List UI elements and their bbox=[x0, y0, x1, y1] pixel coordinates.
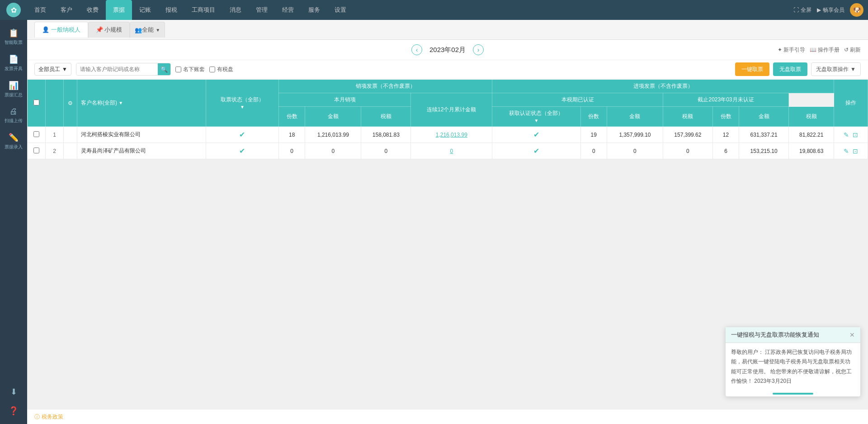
th-purchase-group: 进项发票（不含作废票） bbox=[492, 80, 834, 93]
tab-small-scale[interactable]: 📌 小规模 bbox=[88, 22, 130, 38]
search-button[interactable]: 🔍 bbox=[158, 63, 170, 76]
notification-popup: 一键报税与无盘取票功能恢复通知 ✕ 尊敬的用户： 江苏政务网已恢复访问电子税务局… bbox=[725, 327, 861, 397]
tax-disk-checkbox-label[interactable]: 有税盘 bbox=[209, 66, 233, 73]
notification-content: 尊敬的用户： 江苏政务网已恢复访问电子税务局功能，易代账一键登陆电子税务局与无盘… bbox=[731, 348, 855, 386]
user-avatar[interactable]: 🐶 bbox=[850, 3, 863, 17]
th-customer[interactable]: 客户名称(全部) ▼ bbox=[77, 80, 206, 127]
nav-operation[interactable]: 经营 bbox=[275, 0, 301, 20]
th-unauth-tax: 税额 bbox=[789, 107, 834, 127]
search-input[interactable] bbox=[76, 63, 158, 75]
tab-general-taxpayer[interactable]: 👤 一般纳税人 bbox=[34, 22, 88, 38]
sidebar-item-open-invoice[interactable]: 📄 发票开具 bbox=[2, 51, 25, 75]
notification-scrollbar[interactable] bbox=[773, 393, 813, 395]
th-unauth-count: 份数 bbox=[712, 107, 739, 127]
th-auth-status[interactable]: 获取认证状态（全部） ▼ bbox=[492, 107, 580, 127]
row-monthly-tax: 158,081.83 bbox=[361, 127, 411, 143]
nav-message[interactable]: 消息 bbox=[222, 0, 249, 20]
tab-small-scale-icon: 📌 bbox=[96, 26, 105, 33]
download-icon: ⬇ bbox=[10, 387, 17, 397]
member-btn[interactable]: ▶ 畅享会员 bbox=[817, 6, 844, 14]
th-period-auth: 本税期已认证 bbox=[492, 93, 663, 107]
one-click-button[interactable]: 一键取票 bbox=[735, 62, 769, 76]
refresh-btn[interactable]: ↺ 刷新 bbox=[844, 46, 861, 54]
select-all-checkbox[interactable] bbox=[33, 100, 39, 105]
member-icon: ▶ bbox=[817, 7, 821, 13]
tab-section: 👤 一般纳税人 📌 小规模 👥 全能 ▼ bbox=[27, 20, 868, 40]
chevron-down-icon: ▼ bbox=[156, 28, 160, 33]
manual-label: 操作手册 bbox=[818, 46, 840, 54]
scan-icon: 🖨 bbox=[9, 107, 18, 116]
row-status: ✔ bbox=[206, 143, 278, 159]
sidebar-item-download[interactable]: ⬇ bbox=[2, 383, 25, 400]
row-auth-count: 19 bbox=[580, 127, 607, 143]
scan-label: 扫描上传 bbox=[5, 118, 23, 124]
invoice-table: ⚙ 客户名称(全部) ▼ 取票状态（全部） ▼ 销项发票（不含作废票） bbox=[27, 79, 868, 159]
nav-manage[interactable]: 管理 bbox=[249, 0, 275, 20]
account-checkbox-label[interactable]: 名下账套 bbox=[175, 66, 205, 73]
row-actions: ✎ ⊡ bbox=[834, 143, 868, 159]
entry-label: 票据录入 bbox=[5, 144, 23, 150]
tab-all-capable[interactable]: 👥 全能 ▼ bbox=[130, 22, 165, 38]
nav-invoice[interactable]: 票据 bbox=[106, 0, 132, 20]
status-check-icon: ✔ bbox=[239, 131, 245, 138]
view-icon[interactable]: ⊡ bbox=[853, 131, 858, 138]
nav-customer[interactable]: 客户 bbox=[53, 0, 80, 20]
account-checkbox[interactable] bbox=[175, 67, 181, 72]
tax-disk-checkbox[interactable] bbox=[209, 67, 215, 72]
tax-policy-link[interactable]: ⓘ 税务政策 bbox=[34, 413, 63, 421]
nav-service[interactable]: 服务 bbox=[301, 0, 327, 20]
row-customer: 灵寿县尚泽矿产品有限公司 bbox=[77, 143, 206, 159]
next-period-button[interactable]: › bbox=[473, 44, 484, 55]
row-monthly-amount: 0 bbox=[305, 143, 361, 159]
sidebar-item-scan[interactable]: 🖨 扫描上传 bbox=[2, 103, 25, 127]
prev-period-button[interactable]: ‹ bbox=[411, 44, 422, 55]
no-disk-button[interactable]: 无盘取票 bbox=[773, 62, 807, 76]
th-status[interactable]: 取票状态（全部） ▼ bbox=[206, 80, 278, 127]
sidebar-item-help[interactable]: ❓ bbox=[2, 402, 25, 419]
toolbar-right: 一键取票 无盘取票 无盘取票操作 ▼ bbox=[735, 62, 861, 76]
nav-billing[interactable]: 收费 bbox=[80, 0, 106, 20]
row-config bbox=[64, 143, 77, 159]
row-checkbox-cell bbox=[28, 127, 46, 143]
th-config: ⚙ bbox=[64, 80, 77, 127]
sidebar-item-summary[interactable]: 📊 票据汇总 bbox=[2, 77, 25, 101]
app-logo: ✿ bbox=[5, 1, 23, 19]
row-checkbox[interactable] bbox=[33, 148, 39, 153]
notification-body: 尊敬的用户： 江苏政务网已恢复访问电子税务局功能，易代账一键登陆电子税务局与无盘… bbox=[726, 343, 860, 391]
cumulative-link[interactable]: 0 bbox=[450, 148, 453, 154]
view-icon[interactable]: ⊡ bbox=[853, 148, 858, 155]
nav-tax[interactable]: 报税 bbox=[158, 0, 184, 20]
edit-icon[interactable]: ✎ bbox=[844, 131, 849, 138]
th-monthly-count: 份数 bbox=[278, 107, 305, 127]
nav-home[interactable]: 首页 bbox=[27, 0, 53, 20]
table-row: 2 灵寿县尚泽矿产品有限公司 ✔ 0 0 0 0 ✔ 0 0 0 6 153,2… bbox=[28, 143, 868, 159]
fullscreen-btn[interactable]: ⛶ 全屏 bbox=[793, 6, 811, 14]
row-checkbox[interactable] bbox=[33, 131, 39, 137]
manual-btn[interactable]: 📖 操作手册 bbox=[810, 46, 840, 54]
auth-status-icon: ✔ bbox=[533, 147, 539, 155]
period-navigation: ‹ 2023年02月 › ✦ 新手引导 📖 操作手册 ↺ 刷新 bbox=[27, 40, 868, 60]
sidebar-item-entry[interactable]: ✏️ 票据录入 bbox=[2, 129, 25, 153]
th-auth-count: 份数 bbox=[580, 107, 607, 127]
tab-small-scale-label: 小规模 bbox=[104, 26, 122, 33]
new-guide-btn[interactable]: ✦ 新手引导 bbox=[778, 46, 805, 54]
nav-business[interactable]: 工商项目 bbox=[184, 0, 222, 20]
guide-icon: ✦ bbox=[778, 47, 782, 53]
no-disk-ops-label: 无盘取票操作 bbox=[816, 66, 849, 73]
cumulative-link[interactable]: 1,216,013.99 bbox=[436, 132, 467, 138]
th-monthly-sales: 本月销项 bbox=[278, 93, 410, 107]
th-monthly-tax: 税额 bbox=[361, 107, 411, 127]
row-unauth-amount: 153,215.10 bbox=[739, 143, 789, 159]
nav-settings[interactable]: 设置 bbox=[327, 0, 354, 20]
row-monthly-count: 18 bbox=[278, 127, 305, 143]
auth-status-icon: ✔ bbox=[533, 131, 539, 138]
edit-icon[interactable]: ✎ bbox=[844, 148, 849, 155]
row-monthly-count: 0 bbox=[278, 143, 305, 159]
nav-accounting[interactable]: 记账 bbox=[132, 0, 158, 20]
no-disk-ops-button[interactable]: 无盘取票操作 ▼ bbox=[811, 62, 861, 76]
sidebar-item-smart-invoice[interactable]: 📋 智能取票 bbox=[2, 24, 25, 49]
notification-close-button[interactable]: ✕ bbox=[849, 331, 855, 338]
employee-select[interactable]: 全部员工 ▼ bbox=[34, 63, 71, 76]
tab-general-taxpayer-label: 一般纳税人 bbox=[51, 26, 80, 33]
row-unauth-count: 12 bbox=[712, 127, 739, 143]
